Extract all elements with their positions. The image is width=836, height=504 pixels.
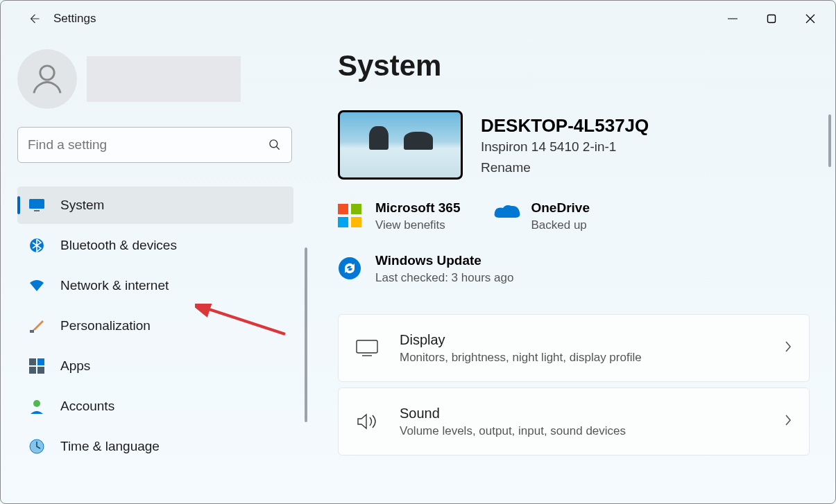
back-arrow-icon	[28, 12, 40, 25]
search-input[interactable]	[28, 137, 268, 153]
svg-point-3	[270, 140, 278, 148]
nav-list: System Bluetooth & devices Network & int…	[17, 186, 293, 465]
microsoft365-tile[interactable]: Microsoft 365 View benefits	[338, 200, 460, 232]
title-bar: Settings	[1, 1, 835, 37]
avatar	[17, 49, 77, 109]
services-row: Microsoft 365 View benefits OneDrive Bac…	[338, 200, 810, 232]
service-title: Microsoft 365	[375, 200, 460, 216]
sound-card[interactable]: Sound Volume levels, output, input, soun…	[338, 388, 810, 455]
display-card[interactable]: Display Monitors, brightness, night ligh…	[338, 314, 810, 382]
svg-line-4	[277, 147, 280, 150]
card-title: Display	[400, 332, 642, 348]
svg-rect-5	[29, 199, 44, 209]
sidebar-item-time-language[interactable]: Time & language	[17, 428, 293, 465]
service-title: Windows Update	[375, 253, 513, 268]
card-sub: Monitors, brightness, night light, displ…	[400, 351, 642, 365]
main-scrollbar[interactable]	[828, 114, 831, 167]
svg-rect-21	[357, 340, 377, 353]
person-icon	[28, 60, 66, 98]
nav-label: Apps	[60, 358, 90, 374]
svg-rect-10	[37, 358, 44, 365]
card-sub: Volume levels, output, input, sound devi…	[400, 424, 626, 438]
sidebar: System Bluetooth & devices Network & int…	[1, 37, 306, 504]
wifi-icon	[28, 277, 45, 294]
nav-label: System	[60, 198, 104, 213]
sidebar-item-network[interactable]: Network & internet	[17, 267, 293, 304]
svg-rect-9	[29, 358, 36, 365]
onedrive-tile[interactable]: OneDrive Backed up	[493, 200, 589, 232]
svg-rect-1	[768, 15, 776, 23]
chevron-right-icon	[784, 414, 792, 429]
main-pane: System DESKTOP-4L537JQ Inspiron 14 5410 …	[306, 37, 835, 504]
svg-point-2	[40, 66, 54, 80]
back-button[interactable]	[20, 5, 48, 33]
update-icon	[338, 257, 363, 281]
paintbrush-icon	[28, 318, 45, 334]
svg-rect-19	[351, 217, 361, 227]
close-button[interactable]	[791, 5, 830, 33]
sidebar-item-personalization[interactable]: Personalization	[17, 307, 293, 345]
sidebar-item-bluetooth[interactable]: Bluetooth & devices	[17, 227, 293, 264]
nav-label: Accounts	[60, 399, 114, 414]
accounts-icon	[28, 398, 45, 415]
app-title: Settings	[53, 12, 96, 26]
profile-block[interactable]	[17, 49, 289, 109]
service-sub: Last checked: 3 hours ago	[375, 271, 513, 285]
services-row-2: Windows Update Last checked: 3 hours ago	[338, 253, 810, 285]
onedrive-icon	[493, 204, 518, 229]
page-title: System	[338, 49, 810, 82]
pc-model: Inspiron 14 5410 2-in-1	[481, 139, 649, 155]
service-title: OneDrive	[531, 200, 589, 216]
card-title: Sound	[400, 406, 626, 422]
clock-globe-icon	[28, 438, 45, 455]
sound-icon	[355, 410, 379, 433]
nav-label: Bluetooth & devices	[60, 238, 177, 253]
minimize-button[interactable]	[713, 5, 752, 33]
pc-name: DESKTOP-4L537JQ	[481, 115, 649, 137]
nav-label: Network & internet	[60, 278, 169, 293]
sidebar-item-system[interactable]: System	[17, 186, 293, 224]
service-sub: View benefits	[375, 218, 460, 232]
maximize-button[interactable]	[752, 5, 791, 33]
service-sub: Backed up	[531, 218, 589, 232]
apps-icon	[28, 358, 45, 374]
desktop-wallpaper-thumb[interactable]	[338, 110, 463, 180]
nav-label: Personalization	[60, 318, 151, 333]
svg-rect-16	[338, 204, 348, 214]
windows-update-tile[interactable]: Windows Update Last checked: 3 hours ago	[338, 253, 513, 285]
minimize-icon	[728, 14, 737, 24]
svg-rect-18	[338, 217, 348, 227]
chevron-right-icon	[784, 340, 792, 356]
svg-rect-8	[30, 330, 34, 333]
svg-rect-12	[37, 367, 44, 374]
maximize-icon	[767, 14, 776, 24]
search-icon	[268, 138, 282, 152]
nav-label: Time & language	[60, 439, 160, 454]
user-name-redacted	[87, 56, 241, 102]
pc-info-block: DESKTOP-4L537JQ Inspiron 14 5410 2-in-1 …	[338, 110, 810, 180]
sidebar-item-accounts[interactable]: Accounts	[17, 388, 293, 425]
rename-link[interactable]: Rename	[481, 160, 649, 175]
search-box[interactable]	[17, 127, 292, 163]
sidebar-item-apps[interactable]: Apps	[17, 347, 293, 385]
microsoft-logo-icon	[338, 204, 363, 229]
svg-rect-17	[351, 204, 361, 214]
close-icon	[805, 14, 815, 24]
svg-rect-6	[34, 210, 40, 211]
settings-cards: Display Monitors, brightness, night ligh…	[338, 314, 810, 455]
bluetooth-icon	[28, 237, 45, 254]
svg-point-13	[33, 400, 40, 407]
display-icon	[355, 336, 379, 360]
window-controls	[713, 5, 830, 33]
svg-rect-11	[29, 367, 36, 374]
system-icon	[28, 197, 45, 214]
